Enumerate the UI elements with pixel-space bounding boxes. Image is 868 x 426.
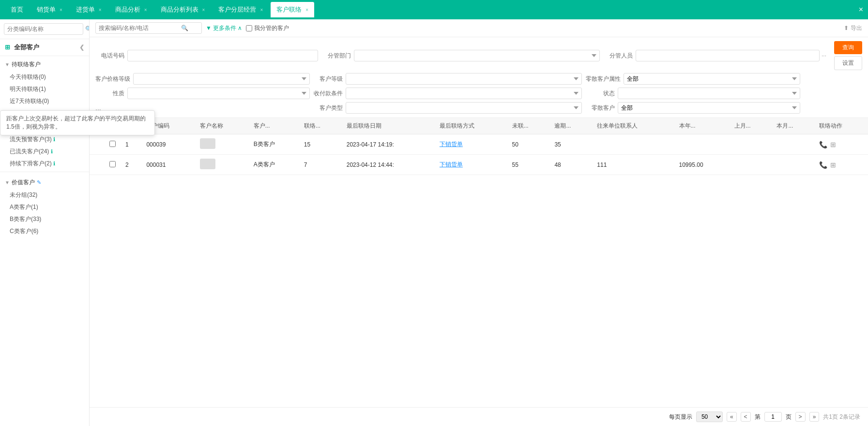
gender-select[interactable] [127, 88, 310, 99]
sidebar-item-7days[interactable]: 近7天待联络(0) [0, 95, 89, 107]
col-last-date: 最后联络日期 [342, 118, 435, 134]
customer-level-select[interactable] [346, 73, 582, 85]
search-wrap: 🔍 [95, 22, 202, 34]
tab-goods-analysis-close[interactable]: × [144, 7, 147, 13]
last-method-link[interactable]: 下销货单 [440, 161, 463, 168]
person-input[interactable] [636, 50, 820, 61]
tab-goods-list-close[interactable]: × [202, 7, 205, 13]
col-overdue: 逾期... [549, 118, 592, 134]
cell-last-method: 下销货单 [435, 134, 507, 155]
field-price-level: 客户价格等级 [95, 73, 310, 85]
retail-select[interactable]: 全部 [618, 102, 800, 114]
tooltip-popup: 距客户上次交易时长，超过了此客户的平均交易周期的1.5倍，则视为异常。 [90, 110, 155, 135]
tab-customer-contact-close[interactable]: × [305, 7, 308, 13]
cell-code: 000031 [141, 155, 195, 175]
tab-customer-contact[interactable]: 客户联络 × [271, 2, 314, 17]
search-input[interactable] [99, 23, 181, 33]
row-checkbox[interactable] [109, 141, 116, 147]
more-action-icon[interactable]: ⊞ [830, 141, 836, 148]
price-level-select[interactable] [133, 73, 310, 85]
sidebar-item-declining[interactable]: 持续下滑客户(2) ℹ [0, 158, 89, 170]
tab-sales[interactable]: 销货单 × [31, 2, 68, 17]
sidebar-search-input[interactable] [4, 23, 83, 35]
close-all-tabs[interactable]: × [859, 5, 863, 14]
customer-type-label: 客户类型 [314, 104, 343, 112]
total-text: 共1页 2条记录 [823, 413, 860, 421]
payment-select[interactable] [346, 88, 582, 99]
cell-last-month [730, 155, 772, 175]
filter-icon: ▼ [206, 25, 212, 31]
export-btn[interactable]: ⬆ 导出 [844, 24, 862, 32]
page-input[interactable] [764, 412, 782, 422]
search-icon[interactable]: 🔍 [181, 25, 188, 31]
first-page-btn[interactable]: « [727, 412, 737, 422]
tab-home[interactable]: 首页 [5, 2, 29, 17]
prev-page-btn[interactable]: < [741, 412, 751, 422]
last-page-btn[interactable]: » [809, 412, 820, 422]
price-level-label: 客户价格等级 [95, 75, 130, 83]
customer-level-label: 客户等级 [314, 75, 343, 83]
next-page-btn[interactable]: > [795, 412, 806, 422]
all-customers-title[interactable]: ⊞ 全部客户 ❮ [0, 39, 89, 56]
filter-row-1: 电话号码 分管部门 分管人员 ··· 查询 设置 [95, 41, 862, 70]
customer-type-select[interactable] [346, 102, 582, 114]
tab-purchase[interactable]: 进货单 × [70, 2, 107, 17]
extended-filter: 电话号码 分管部门 分管人员 ··· 查询 设置 [90, 37, 868, 118]
dept-select[interactable] [354, 50, 600, 61]
col-type: 客户... [249, 118, 299, 134]
tab-customer-tier[interactable]: 客户分层经营 × [213, 2, 269, 17]
last-method-link[interactable]: 下销货单 [440, 141, 463, 147]
phone-action-icon[interactable]: 📞 [819, 161, 827, 169]
sidebar-bottom [0, 239, 89, 426]
tab-customer-tier-close[interactable]: × [260, 7, 263, 13]
my-customers-check[interactable] [246, 25, 252, 31]
top-nav: 首页 销货单 × 进货单 × 商品分析 × 商品分析列表 × 客户分层经营 × … [0, 0, 868, 19]
my-customers-checkbox[interactable]: 我分管的客户 [246, 24, 289, 32]
person-more-icon[interactable]: ··· [822, 52, 826, 59]
more-action-icon[interactable]: ⊞ [830, 161, 836, 169]
sidebar-search-icon[interactable]: 🔍 [85, 26, 90, 32]
cell-check [105, 134, 121, 155]
query-btn[interactable]: 查询 [834, 41, 862, 54]
customer-avatar [200, 138, 215, 149]
filter-bar: 🔍 ▼ 更多条件 ∧ 我分管的客户 ⬆ 导出 [90, 19, 868, 37]
content-area: 距客户上次交易时长，超过了此客户的平均交易周期的1.5倍，则视为异常。 🔍 ▼ … [90, 19, 868, 426]
tab-goods-list[interactable]: 商品分析列表 × [155, 2, 211, 17]
collapse-icon[interactable]: ❮ [79, 44, 84, 51]
group-pending-title[interactable]: ▼ 待联络客户 [0, 58, 89, 71]
sidebar-item-ungrouped[interactable]: 未分组(32) [0, 189, 89, 201]
cell-last-date: 2023-04-12 14:44: [342, 155, 435, 175]
status-select[interactable] [618, 88, 800, 99]
sidebar-item-class-a[interactable]: A类客户(1) [0, 201, 89, 213]
sidebar-item-tomorrow[interactable]: 明天待联络(1) [0, 83, 89, 95]
tab-purchase-close[interactable]: × [99, 7, 102, 13]
sidebar-item-churned[interactable]: 已流失客户(24) ℹ [0, 146, 89, 158]
cell-code: 000039 [141, 134, 195, 155]
group-value-title[interactable]: ▼ 价值客户 ✎ [0, 176, 89, 189]
filter-row-2: 客户价格等级 客户等级 零散客户属性 全部 [95, 73, 862, 85]
customer-avatar [200, 159, 215, 169]
retail-attr-select[interactable]: 全部 [624, 73, 800, 85]
pagination-bar: 每页显示 50 100 200 « < 第 页 > » 共1页 2条记录 [90, 407, 868, 426]
tab-goods-analysis[interactable]: 商品分析 × [109, 2, 153, 17]
row-checkbox[interactable] [109, 161, 116, 167]
setting-btn[interactable]: 设置 [834, 56, 862, 70]
cell-index: 2 [121, 155, 141, 175]
page-prefix: 第 [755, 413, 761, 421]
tab-sales-close[interactable]: × [60, 7, 62, 13]
cell-index: 1 [121, 134, 141, 155]
more-conditions-btn[interactable]: ▼ 更多条件 ∧ [206, 24, 242, 32]
col-company-contact: 往来单位联系人 [592, 118, 674, 134]
sidebar-item-class-c[interactable]: C类客户(6) [0, 225, 89, 237]
status-label: 状态 [586, 89, 615, 98]
phone-input[interactable] [127, 50, 318, 61]
sidebar-item-today[interactable]: 今天待联络(0) [0, 71, 89, 83]
edit-icon[interactable]: ✎ [37, 179, 41, 186]
sidebar-item-class-b[interactable]: B类客户(33) [0, 213, 89, 225]
col-contact: 联络... [299, 118, 342, 134]
cell-last-date: 2023-04-17 14:19: [342, 134, 435, 155]
cell-settings [90, 134, 105, 155]
phone-action-icon[interactable]: 📞 [819, 141, 827, 148]
per-page-select[interactable]: 50 100 200 [696, 411, 723, 422]
field-gender: 性质 [95, 88, 310, 99]
